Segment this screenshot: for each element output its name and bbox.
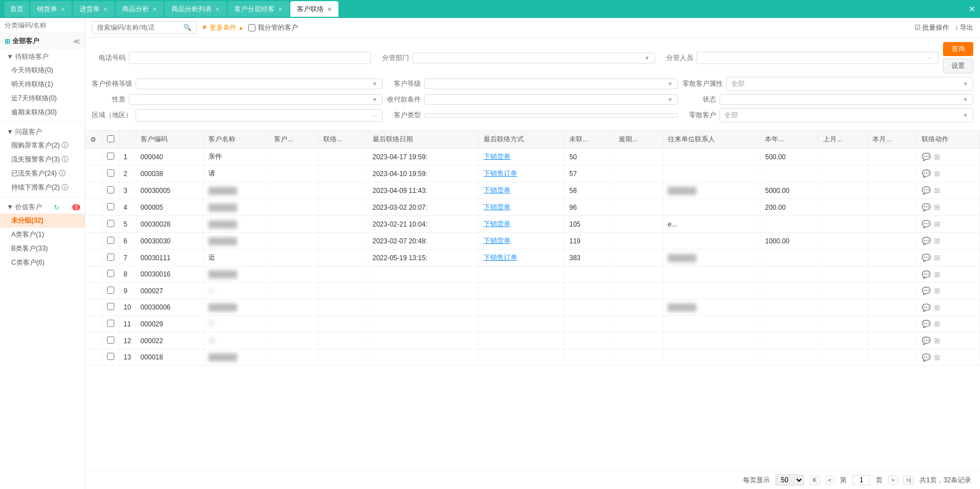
action-chat-icon-1[interactable]: 💬 xyxy=(922,169,931,178)
my-customers-checkbox[interactable] xyxy=(248,24,256,31)
sidebar-collapse-icon[interactable]: ≪ xyxy=(73,38,80,45)
tab-product-analysis-list[interactable]: 商品分析列表 ✕ xyxy=(165,1,226,17)
row-checkbox-9[interactable] xyxy=(107,303,114,310)
sidebar-item-churned[interactable]: 已流失客户(24) ⓘ xyxy=(0,167,85,181)
field-manager-select[interactable]: ··· xyxy=(696,52,939,64)
page-input[interactable] xyxy=(852,475,870,485)
th-last-contact-method[interactable]: 最后联络方式 xyxy=(479,131,564,149)
close-purchase-icon[interactable]: ✕ xyxy=(103,6,108,12)
field-status-select[interactable]: ▼ xyxy=(719,94,973,105)
action-grid-icon-12[interactable]: ⊞ xyxy=(934,353,940,362)
action-chat-icon-2[interactable]: 💬 xyxy=(922,186,931,195)
value-refresh-icon[interactable]: ↻ xyxy=(54,204,59,211)
close-customer-segment-icon[interactable]: ✕ xyxy=(278,6,282,12)
row-checkbox-8[interactable] xyxy=(107,287,114,294)
th-no-contact[interactable]: 未联... xyxy=(565,131,614,149)
close-product-analysis-list-icon[interactable]: ✕ xyxy=(215,6,220,12)
action-grid-icon-9[interactable]: ⊞ xyxy=(934,303,940,312)
row-checkbox-3[interactable] xyxy=(107,203,114,210)
field-phone-input[interactable] xyxy=(129,52,371,64)
th-last-month[interactable]: 上月... xyxy=(819,131,868,149)
close-sales-icon[interactable]: ✕ xyxy=(61,6,65,12)
per-page-select[interactable]: 50 100 200 xyxy=(775,474,804,486)
action-grid-icon-1[interactable]: ⊞ xyxy=(934,169,940,178)
action-chat-icon-12[interactable]: 💬 xyxy=(922,353,931,362)
reset-button[interactable]: 设置 xyxy=(943,58,973,73)
search-icon[interactable]: 🔍 xyxy=(183,24,192,31)
sidebar-search-input[interactable] xyxy=(4,21,85,29)
row-checkbox-7[interactable] xyxy=(107,270,114,277)
batch-operation-btn[interactable]: ☑ 批量操作 xyxy=(914,23,949,33)
action-grid-icon-0[interactable]: ⊞ xyxy=(934,153,940,161)
prev-page-btn[interactable]: < xyxy=(825,476,834,485)
action-chat-icon-5[interactable]: 💬 xyxy=(922,237,931,245)
row-checkbox-6[interactable] xyxy=(107,253,114,261)
th-overdue[interactable]: 逾期... xyxy=(614,131,663,149)
field-payment-select[interactable]: ▼ xyxy=(424,94,678,105)
action-grid-icon-10[interactable]: ⊞ xyxy=(934,320,940,328)
sidebar-group-problem[interactable]: ▼ 问题客户 xyxy=(0,124,85,139)
sidebar-item-class-a[interactable]: A类客户(1) xyxy=(0,228,85,242)
sidebar-group-value[interactable]: ▼ 价值客户 ↻ 8 xyxy=(0,200,85,214)
close-product-analysis-icon[interactable]: ✕ xyxy=(152,6,157,12)
sidebar-item-today-pending[interactable]: 今天待联络(0) xyxy=(0,63,85,77)
action-chat-icon-10[interactable]: 💬 xyxy=(922,320,931,328)
action-chat-icon-6[interactable]: 💬 xyxy=(922,253,931,262)
sidebar-item-unclassified[interactable]: 未分组(32) xyxy=(0,214,85,228)
sidebar-group-pending[interactable]: ▼ 待联络客户 xyxy=(0,49,85,63)
window-close-button[interactable]: ✕ xyxy=(969,4,976,13)
th-name[interactable]: 客户名称 xyxy=(204,131,270,149)
field-price-level-select[interactable]: ▼ xyxy=(136,79,383,89)
row-checkbox-2[interactable] xyxy=(107,186,114,193)
field-customer-level-select[interactable]: ▼ xyxy=(424,79,678,89)
action-grid-icon-7[interactable]: ⊞ xyxy=(934,270,940,279)
field-nature-select[interactable]: ▼ xyxy=(129,94,383,105)
field-customer-type-input[interactable] xyxy=(424,113,678,118)
th-this-month[interactable]: 本月... xyxy=(868,131,917,149)
first-page-btn[interactable]: K xyxy=(810,476,819,485)
th-unit-contact[interactable]: 往来单位联系人 xyxy=(663,131,760,149)
action-grid-icon-6[interactable]: ⊞ xyxy=(934,253,940,262)
th-code[interactable]: 客户编码 xyxy=(136,131,203,149)
action-grid-icon-11[interactable]: ⊞ xyxy=(934,336,940,345)
query-button[interactable]: 查询 xyxy=(943,42,973,56)
action-grid-icon-3[interactable]: ⊞ xyxy=(934,203,940,211)
th-contact[interactable]: 联络... xyxy=(318,131,368,149)
sidebar-item-class-c[interactable]: C类客户(6) xyxy=(0,256,85,270)
th-this-year[interactable]: 本年... xyxy=(760,131,819,149)
tab-product-analysis[interactable]: 商品分析 ✕ xyxy=(115,1,164,17)
sidebar-all-customers[interactable]: ⊞ 全部客户 ≪ xyxy=(0,33,85,49)
field-retail-customer-select[interactable]: 全部 ▼ xyxy=(719,108,973,122)
field-retail-attr-select[interactable]: 全部 ▼ xyxy=(726,77,973,91)
sidebar-item-overdue-pending[interactable]: 逾期未联络(30) xyxy=(0,105,85,119)
action-chat-icon-0[interactable]: 💬 xyxy=(922,153,931,161)
th-gear[interactable]: ⚙ xyxy=(85,131,102,149)
tab-sales[interactable]: 销货单 ✕ xyxy=(30,1,72,17)
action-chat-icon-9[interactable]: 💬 xyxy=(922,303,931,312)
sidebar-item-class-b[interactable]: B类客户(33) xyxy=(0,242,85,256)
tab-purchase[interactable]: 进货单 ✕ xyxy=(73,1,114,17)
field-dept-select[interactable]: ▼ xyxy=(412,53,654,63)
sidebar-item-tomorrow-pending[interactable]: 明天待联络(1) xyxy=(0,77,85,91)
row-checkbox-4[interactable] xyxy=(107,220,114,227)
select-all-checkbox[interactable] xyxy=(107,135,114,142)
export-btn[interactable]: ↓ 导出 xyxy=(955,23,973,33)
action-grid-icon-8[interactable]: ⊞ xyxy=(934,287,940,295)
row-checkbox-10[interactable] xyxy=(107,320,114,327)
last-page-btn[interactable]: >| xyxy=(903,476,914,485)
tab-customer-contact[interactable]: 客户联络 ✕ xyxy=(290,1,338,17)
row-checkbox-1[interactable] xyxy=(107,169,114,177)
close-customer-contact-icon[interactable]: ✕ xyxy=(327,6,332,12)
action-grid-icon-5[interactable]: ⊞ xyxy=(934,237,940,245)
next-page-btn[interactable]: > xyxy=(888,476,897,485)
action-chat-icon-11[interactable]: 💬 xyxy=(922,336,931,345)
th-last-contact-date[interactable]: 最后联络日期 xyxy=(368,131,479,149)
action-grid-icon-2[interactable]: ⊞ xyxy=(934,186,940,195)
action-grid-icon-4[interactable]: ⊞ xyxy=(934,220,940,228)
row-checkbox-12[interactable] xyxy=(107,353,114,360)
sidebar-item-declining[interactable]: 持续下滑客户(2) ⓘ xyxy=(0,181,85,195)
tab-customer-segment[interactable]: 客户分层经客 ✕ xyxy=(227,1,289,17)
action-chat-icon-8[interactable]: 💬 xyxy=(922,287,931,295)
action-chat-icon-7[interactable]: 💬 xyxy=(922,270,931,279)
action-chat-icon-3[interactable]: 💬 xyxy=(922,203,931,211)
